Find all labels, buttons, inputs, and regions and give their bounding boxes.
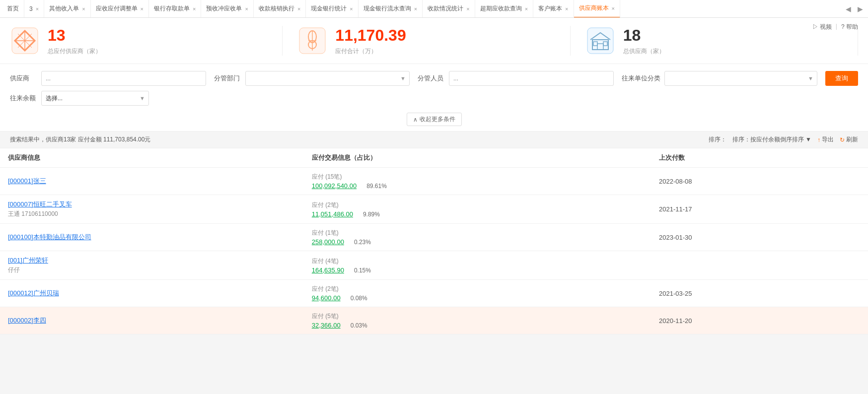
nav-tab-prepay-ar[interactable]: 预收冲应收单× [201, 0, 253, 18]
nav-tab-receipt-stat[interactable]: 收款情况统计× [423, 0, 475, 18]
amount-link-5[interactable]: 32,366.00 [312, 322, 341, 329]
amount-link-0[interactable]: 100,092,540.00 [312, 182, 357, 190]
export-label: 导出 [822, 135, 834, 144]
cell-last-payment-5: 2020-11-20 [651, 307, 868, 334]
sort-option[interactable]: 排序：按应付余额倒序排序 ▼ [732, 135, 811, 144]
search-area: 供应商 分管部门 ▼ 分管人员 往来单位分类 ▼ [0, 64, 868, 131]
close-tab-icon-supplier-book[interactable]: × [612, 5, 615, 11]
nav-prev-arrow[interactable]: ◀ [842, 0, 854, 18]
category-field: 往来单位分类 ▼ [622, 71, 818, 86]
video-icon: ▷ [812, 23, 818, 30]
stat-card-amount: 11,170.39 应付合计（万） [283, 26, 570, 56]
help-label: 帮助 [846, 23, 858, 30]
search-row-2: 往来余额 选择... ▼ [10, 91, 858, 106]
close-tab-icon-cash-bank-flow[interactable]: × [414, 6, 417, 12]
amount-icon [297, 26, 327, 56]
supplier-link-5[interactable]: [000002]李四 [8, 317, 46, 324]
person-input[interactable] [449, 71, 614, 86]
close-tab-icon-cash-bank-stat[interactable]: × [350, 6, 353, 12]
nav-tab-bank-deposit[interactable]: 银行存取款单× [149, 0, 201, 18]
collapse-bar: ∧ 收起更多条件 [10, 111, 858, 126]
nav-tab-cash-bank-flow[interactable]: 现金银行流水查询× [359, 0, 423, 18]
supplier-link-3[interactable]: [001]广州荣轩 [8, 257, 48, 264]
export-icon: ↑ [817, 136, 820, 143]
help-action[interactable]: ? 帮助 [841, 23, 858, 31]
supplier-link-2[interactable]: [000100]本特勤油品有限公司 [8, 233, 91, 241]
cell-ap-3: 应付 (4笔)164,635.900.15% [304, 251, 651, 280]
video-action[interactable]: ▷ 视频 [812, 23, 832, 31]
result-bar: 搜索结果中，供应商13家 应付金额 111,703,854.00元 排序： 排序… [0, 131, 868, 148]
cell-ap-0: 应付 (15笔)100,092,540.0089.61% [304, 168, 651, 195]
close-tab-icon-prepay-ar[interactable]: × [245, 6, 248, 12]
table-row: [001]广州荣轩仔仔应付 (4笔)164,635.900.15% [0, 251, 868, 280]
close-tab-icon-bank-deposit[interactable]: × [193, 6, 196, 12]
dept-field: 分管部门 ▼ [214, 71, 410, 86]
dept-select[interactable] [245, 71, 410, 86]
cell-supplier-5: [000002]李四 [0, 307, 304, 334]
amount-link-4[interactable]: 94,600.00 [312, 294, 341, 302]
collapse-up-icon: ∧ [413, 116, 418, 123]
col-last-payment: 上次付数 [651, 148, 868, 168]
nav-tab-ar-ap-adjust[interactable]: 应收应付调整单× [91, 0, 149, 18]
refresh-button[interactable]: ↻ 刷新 [840, 135, 858, 144]
cell-supplier-4: [000012]广州贝瑞 [0, 280, 304, 307]
balance-field: 往来余额 选择... ▼ [10, 91, 149, 106]
result-actions: 排序： 排序：按应付余额倒序排序 ▼ ↑ 导出 ↻ 刷新 [709, 135, 858, 144]
category-select[interactable] [664, 71, 818, 86]
balance-label: 往来余额 [10, 94, 37, 103]
stat-info-amount: 11,170.39 应付合计（万） [335, 26, 406, 55]
supplier-field: 供应商 [10, 71, 206, 86]
stat-label-suppliers: 总应付供应商（家） [48, 47, 101, 56]
table-header-row: 供应商信息 应付交易信息（占比） 上次付数 [0, 148, 868, 168]
close-tab-icon-ar-ap-adjust[interactable]: × [141, 6, 144, 12]
stat-info-suppliers: 13 总应付供应商（家） [48, 26, 101, 55]
nav-tab-home[interactable]: 首页 [2, 0, 24, 18]
stat-info-total-suppliers: 18 总供应商（家） [623, 26, 665, 55]
nav-tab-tab3[interactable]: 3× [24, 0, 44, 18]
refresh-icon: ↻ [840, 136, 845, 143]
last-date-2: 2023-01-30 [659, 234, 692, 241]
result-area: 搜索结果中，供应商13家 应付金额 111,703,854.00元 排序： 排序… [0, 131, 868, 334]
stats-header: 13 总应付供应商（家） 11,170.39 应付合计（万） [0, 18, 868, 64]
export-button[interactable]: ↑ 导出 [817, 135, 834, 144]
close-tab-icon-other-income[interactable]: × [82, 6, 85, 12]
query-button[interactable]: 查询 [825, 71, 858, 86]
nav-next-arrow[interactable]: ▶ [854, 0, 866, 18]
category-label: 往来单位分类 [622, 74, 660, 83]
balance-select[interactable]: 选择... [41, 91, 149, 106]
table-row: [000001]张三应付 (15笔)100,092,540.0089.61%20… [0, 168, 868, 195]
supplier-sub-3: 仔仔 [8, 266, 296, 274]
close-tab-icon-customer-book[interactable]: × [565, 6, 568, 12]
nav-tab-other-income[interactable]: 其他收入单× [44, 0, 90, 18]
cell-ap-4: 应付 (2笔)94,600.000.08% [304, 280, 651, 307]
supplier-link-0[interactable]: [000001]张三 [8, 177, 46, 185]
stat-number-amount: 11,170.39 [335, 26, 406, 45]
collapse-button[interactable]: ∧ 收起更多条件 [407, 113, 462, 126]
nav-tab-customer-book[interactable]: 客户账本× [533, 0, 574, 18]
nav-tab-cash-bank-stat[interactable]: 现金银行统计× [306, 0, 358, 18]
supplier-link-1[interactable]: [000007]恒旺二手叉车 [8, 200, 72, 208]
search-row-1: 供应商 分管部门 ▼ 分管人员 往来单位分类 ▼ [10, 71, 858, 86]
table-row: [000007]恒旺二手叉车王通 17106110000应付 (2笔)11,05… [0, 195, 868, 224]
supplier-link-4[interactable]: [000012]广州贝瑞 [8, 289, 59, 297]
close-tab-icon-overdue-ar[interactable]: × [525, 6, 528, 12]
amount-link-3[interactable]: 164,635.90 [312, 266, 344, 274]
close-tab-icon-receipt-verify[interactable]: × [297, 6, 300, 12]
close-tab-icon-receipt-stat[interactable]: × [466, 6, 469, 12]
percent-0: 89.61% [366, 183, 387, 190]
close-tab-icon-tab3[interactable]: × [36, 6, 39, 12]
sort-text: 排序：按应付余额倒序排序 [732, 136, 804, 143]
nav-tab-receipt-verify[interactable]: 收款核销执行× [254, 0, 306, 18]
stat-label-total-suppliers: 总供应商（家） [623, 47, 665, 56]
amount-link-1[interactable]: 11,051,486.00 [312, 210, 353, 218]
percent-2: 0.23% [354, 239, 371, 246]
supplier-icon [10, 26, 40, 56]
amount-link-2[interactable]: 258,000.00 [312, 238, 344, 246]
nav-tab-supplier-book[interactable]: 供应商账本× [574, 0, 620, 18]
last-date-5: 2020-11-20 [659, 317, 692, 325]
nav-tab-overdue-ar[interactable]: 超期应收款查询× [475, 0, 533, 18]
supplier-input[interactable] [41, 71, 206, 86]
data-table: 供应商信息 应付交易信息（占比） 上次付数 [000001]张三应付 (15笔)… [0, 148, 868, 334]
person-label: 分管人员 [418, 74, 445, 83]
supplier-label: 供应商 [10, 74, 37, 83]
